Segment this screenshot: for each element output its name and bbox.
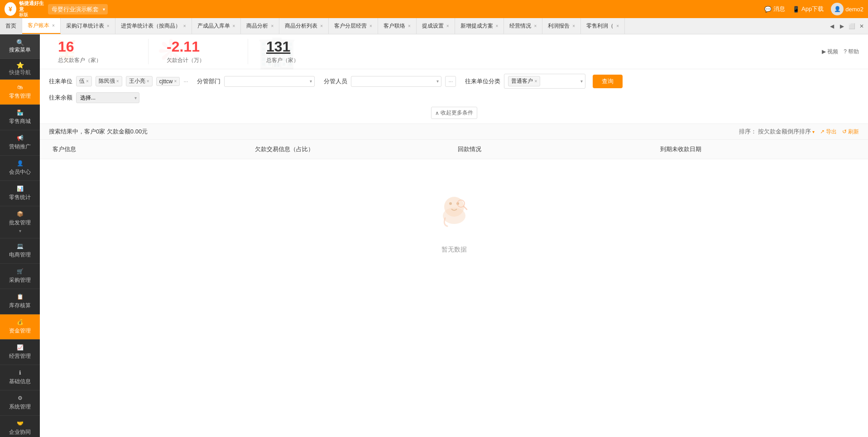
table-header: 客户信息 欠款交易信息（占比） 回款情况 到期未收款日期 [40, 140, 868, 159]
tab-operations-close[interactable]: × [534, 24, 537, 28]
avatar: 👤 [831, 3, 844, 15]
video-icon: ▶ [822, 48, 826, 55]
sidebar-item-system[interactable]: ⚙ 系统管理 [0, 390, 40, 416]
remaining-select-wrap: 选择... [76, 92, 139, 103]
company-selector-wrap[interactable]: 母婴行业演示帐套 [48, 4, 108, 14]
logo-icon: ¥ [5, 2, 16, 16]
help-label: 帮助 [848, 48, 859, 56]
header-right: 💬 消息 📱 App下载 👤 demo2 [764, 3, 863, 15]
sidebar-item-retail-stats[interactable]: 📊 零售统计 [0, 181, 40, 206]
sidebar-item-retail-mall-label: 零售商城 [9, 118, 31, 125]
tab-product-analysis-list-close[interactable]: × [320, 24, 323, 28]
tab-retail-profit-close[interactable]: × [616, 24, 619, 28]
tab-profit-report-close[interactable]: × [572, 24, 575, 28]
query-button[interactable]: 查询 [593, 75, 623, 88]
tab-product-inbound-close[interactable]: × [233, 24, 235, 28]
sidebar-item-purchase[interactable]: 🛒 采购管理 [0, 264, 40, 289]
export-label: 导出 [826, 128, 837, 136]
sidebar-item-basic-info[interactable]: ℹ 基础信息 [0, 365, 40, 390]
tab-product-analysis-list[interactable]: 商品分析列表 × [279, 18, 329, 34]
top-header: ¥ 畅捷通好生意 标版 母婴行业演示帐套 💬 消息 📱 App下载 👤 demo… [0, 0, 868, 18]
help-link[interactable]: ? 帮助 [844, 48, 859, 56]
filter-tag-wang-close[interactable]: × [147, 79, 149, 84]
sidebar-item-operations[interactable]: 📈 经营管理 [0, 340, 40, 365]
tab-add-commission[interactable]: 新增提成方案 × [455, 18, 504, 34]
sidebar-item-wholesale[interactable]: 📦 批发管理 ▾ [0, 206, 40, 238]
tab-inbound-stats[interactable]: 进货单统计表（按商品） × [115, 18, 192, 34]
user-area[interactable]: 👤 demo2 [831, 3, 863, 15]
dept-select-wrap [224, 76, 315, 87]
tab-product-inbound[interactable]: 产成品入库单 × [192, 18, 241, 34]
tab-customer-tier-close[interactable]: × [369, 24, 372, 28]
debt-total-label: 欠款合计（万） [167, 57, 205, 64]
filter-tag-wu-close[interactable]: × [86, 79, 89, 84]
sidebar-item-retail-management[interactable]: 🛍 零售管理 [0, 80, 40, 105]
stat-block-inner-1: 16 总欠款客户（家） [58, 39, 101, 64]
total-customers-value: 131 [266, 39, 299, 55]
filter-more-tags[interactable]: ··· [183, 78, 188, 85]
filter-tag-cj: cjttcw × [156, 77, 180, 86]
tab-purchase-stats[interactable]: 采购订单统计表 × [61, 18, 115, 34]
sort-button[interactable]: 排序： 按欠款金额倒序排序 ▾ [739, 128, 815, 136]
remaining-select[interactable]: 选择... [76, 92, 139, 103]
messages-btn[interactable]: 💬 消息 [764, 5, 785, 13]
tab-product-analysis-close[interactable]: × [271, 24, 273, 28]
sidebar-item-inventory[interactable]: 📋 库存核算 [0, 289, 40, 314]
video-link[interactable]: ▶ 视频 [822, 48, 838, 56]
sidebar-quick-nav[interactable]: ⭐ 快捷导航 [0, 59, 40, 80]
sidebar-item-finance[interactable]: 💰 资金管理 [0, 314, 40, 340]
sidebar-search[interactable]: 🔍 搜索菜单 [0, 34, 40, 59]
sidebar-item-marketing[interactable]: 📢 营销推广 [0, 130, 40, 156]
person-input[interactable] [351, 76, 441, 87]
tab-retail-profit[interactable]: 零售利润（ × [581, 18, 625, 34]
filter-tag-wu: 伍 × [76, 76, 92, 86]
tab-scroll-left[interactable]: ◀ [827, 22, 836, 31]
retail-management-icon: 🛍 [17, 84, 23, 90]
refresh-button[interactable]: ↺ 刷新 [842, 128, 859, 136]
tab-nav-buttons: ◀ ▶ ⬜ ✕ [825, 18, 868, 34]
tab-scroll-right[interactable]: ▶ [837, 22, 846, 31]
retail-mall-icon: 🏪 [17, 109, 24, 116]
filter-tag-chen-close[interactable]: × [116, 79, 119, 84]
debt-total-value: -2.11 [167, 39, 205, 55]
tab-inbound-stats-close[interactable]: × [183, 24, 186, 28]
company-selector[interactable]: 母婴行业演示帐套 [48, 4, 108, 14]
customer-type-tag: 普通客户 × [508, 76, 540, 86]
sidebar-item-ecommerce[interactable]: 💻 电商管理 [0, 238, 40, 264]
unit-type-display[interactable]: 普通客户 × [504, 74, 585, 89]
tab-operations[interactable]: 经营情况 × [504, 18, 542, 34]
sidebar-item-retail-mall[interactable]: 🏪 零售商城 [0, 105, 40, 130]
sidebar-item-enterprise[interactable]: 🤝 企业协同 [0, 416, 40, 437]
person-select-wrap [351, 76, 441, 87]
sidebar-nav-label: 快捷导航 [3, 69, 37, 76]
tab-product-analysis[interactable]: 商品分析 × [241, 18, 279, 34]
person-dots[interactable]: ··· [445, 76, 456, 87]
tab-customer-tier[interactable]: 客户分层经营 × [329, 18, 378, 34]
tab-commission-settings[interactable]: 提成设置 × [417, 18, 455, 34]
app-download-btn[interactable]: 📱 App下载 [792, 5, 824, 13]
th-due-date: 到期未收款日期 [657, 140, 859, 159]
tab-close-all[interactable]: ✕ [857, 22, 866, 31]
collapse-button[interactable]: ∧ 收起更多条件 [431, 107, 477, 119]
tab-maximize[interactable]: ⬜ [847, 22, 856, 31]
tab-customer-contact-close[interactable]: × [408, 24, 411, 28]
sidebar-item-operations-label: 经营管理 [9, 352, 31, 360]
tab-add-commission-close[interactable]: × [496, 24, 499, 28]
tab-operations-label: 经营情况 [509, 22, 531, 30]
tab-customer-ledger[interactable]: 客户账本 × [22, 18, 61, 34]
tab-commission-settings-close[interactable]: × [446, 24, 449, 28]
tab-home-label: 首页 [5, 22, 16, 30]
tab-customer-contact[interactable]: 客户联络 × [378, 18, 417, 34]
tab-home[interactable]: 首页 [0, 18, 22, 34]
dept-label: 分管部门 [197, 77, 221, 86]
tab-profit-report[interactable]: 利润报告 × [542, 18, 581, 34]
tab-purchase-stats-close[interactable]: × [107, 24, 110, 28]
customer-type-close[interactable]: × [534, 79, 537, 84]
unit-type-select-wrap: 普通客户 × [504, 74, 585, 89]
dept-select[interactable] [224, 76, 315, 87]
filter-tag-cj-close[interactable]: × [174, 79, 177, 84]
inventory-icon: 📋 [17, 294, 24, 300]
export-button[interactable]: ↗ 导出 [820, 128, 837, 136]
sidebar-item-membership[interactable]: 👤 会员中心 [0, 156, 40, 181]
tab-customer-ledger-close[interactable]: × [52, 23, 55, 28]
